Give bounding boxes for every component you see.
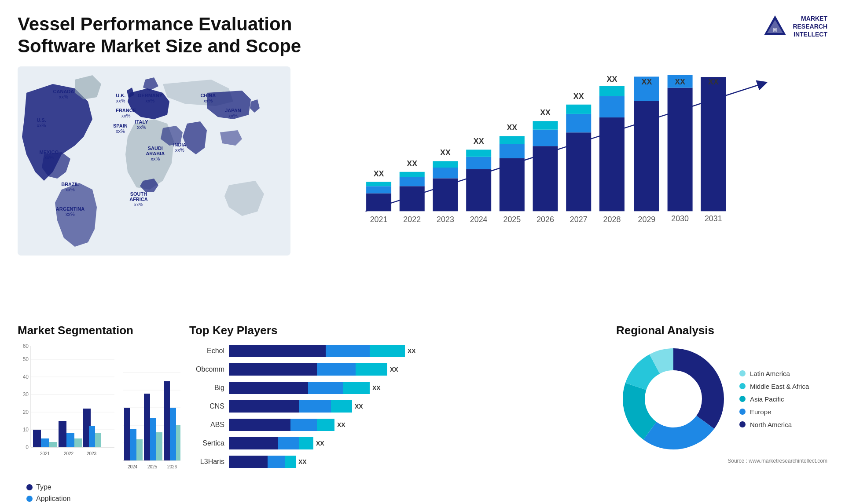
svg-rect-77 — [66, 433, 74, 447]
svg-rect-94 — [136, 439, 143, 460]
player-bar-echol: XX — [229, 344, 607, 358]
bottom-row: Market Segmentation 0 10 20 30 40 — [18, 324, 827, 491]
players-list: Echol XX Obcomm XX — [189, 344, 607, 469]
player-row-sertica: Sertica XX — [189, 436, 607, 450]
svg-rect-32 — [533, 121, 558, 130]
legend-latin-america: Latin America — [739, 370, 809, 377]
big-bar-dark — [229, 382, 308, 394]
seg-svg-2: 2024 2025 2026 — [123, 355, 180, 478]
player-row-abs: ABS XX — [189, 418, 607, 432]
sertica-label: XX — [316, 440, 324, 447]
donut-chart — [616, 342, 731, 456]
svg-text:XX: XX — [607, 75, 617, 84]
l3haris-bar-dark — [229, 456, 268, 468]
cns-bar-mid — [299, 400, 331, 413]
player-name-cns: CNS — [189, 402, 224, 410]
svg-text:10: 10 — [23, 427, 29, 433]
svg-rect-49 — [668, 88, 693, 211]
latin-america-dot — [739, 370, 746, 376]
abs-bar-dark — [229, 419, 290, 431]
regional-legend: Latin America Middle East & Africa Asia … — [739, 370, 809, 428]
segment-title: Market Segmentation — [18, 324, 180, 337]
legend-middle-east: Middle East & Africa — [739, 383, 809, 390]
svg-rect-12 — [400, 172, 425, 177]
seg-chart: 0 10 20 30 40 50 60 — [18, 342, 119, 465]
map-svg — [18, 66, 290, 256]
type-label: Type — [36, 483, 51, 491]
seg-legend-app: Application — [26, 495, 180, 503]
svg-rect-83 — [89, 426, 95, 447]
big-bar-mid — [308, 382, 343, 394]
svg-rect-72 — [33, 430, 41, 447]
svg-rect-102 — [176, 425, 180, 460]
north-america-label: North America — [750, 421, 792, 428]
player-name-l3haris: L3Haris — [189, 458, 224, 466]
player-name-echol: Echol — [189, 347, 224, 355]
player-bar-abs: XX — [229, 418, 607, 432]
logo-text: MARKET RESEARCH INTELLECT — [793, 15, 827, 39]
svg-text:XX: XX — [675, 77, 685, 86]
svg-rect-42 — [599, 86, 625, 96]
svg-text:2024: 2024 — [470, 215, 488, 224]
asia-pacific-dot — [739, 396, 746, 402]
big-bar-light — [343, 382, 370, 394]
l3haris-label: XX — [298, 458, 307, 465]
svg-text:2026: 2026 — [167, 464, 177, 469]
svg-rect-11 — [400, 177, 425, 186]
player-row-echol: Echol XX — [189, 344, 607, 358]
obcomm-bar-dark — [229, 363, 317, 376]
player-bar-l3haris: XX — [229, 455, 607, 469]
legend-europe: Europe — [739, 408, 809, 416]
player-name-big: Big — [189, 384, 224, 392]
svg-text:0: 0 — [26, 444, 29, 450]
svg-rect-92 — [124, 408, 130, 460]
svg-rect-15 — [433, 178, 458, 211]
svg-rect-35 — [566, 132, 591, 211]
map-section: CANADAxx% U.S.xx% MEXICOxx% BRAZILxx% AR… — [18, 66, 290, 315]
svg-rect-101 — [170, 408, 176, 460]
obcomm-bar-light — [356, 363, 387, 376]
svg-text:XX: XX — [374, 169, 384, 178]
svg-text:2023: 2023 — [87, 451, 97, 456]
middle-east-dot — [739, 383, 746, 389]
svg-rect-36 — [566, 114, 591, 132]
player-row-cns: CNS XX — [189, 399, 607, 413]
svg-rect-30 — [533, 146, 558, 211]
echol-label: XX — [408, 347, 416, 354]
market-growth-chart-section: XX 2021 XX 2022 XX 2023 — [299, 66, 827, 315]
svg-rect-53 — [701, 77, 726, 211]
donut-svg — [616, 342, 731, 456]
svg-rect-22 — [466, 150, 491, 157]
svg-text:2024: 2024 — [128, 464, 138, 469]
svg-rect-10 — [400, 186, 425, 211]
svg-rect-45 — [634, 101, 659, 211]
svg-rect-16 — [433, 168, 458, 178]
seg-legend: Type Application Geography — [26, 483, 180, 504]
svg-text:2026: 2026 — [536, 215, 554, 224]
echol-bar-light — [370, 345, 405, 357]
svg-text:30: 30 — [23, 391, 29, 398]
svg-rect-31 — [533, 130, 558, 146]
regional-content: Latin America Middle East & Africa Asia … — [616, 342, 827, 456]
north-america-dot — [739, 421, 746, 427]
svg-rect-78 — [74, 438, 82, 447]
legend-asia-pacific: Asia Pacific — [739, 395, 809, 403]
key-players-title: Top Key Players — [189, 324, 607, 337]
world-map: CANADAxx% U.S.xx% MEXICOxx% BRAZILxx% AR… — [18, 66, 290, 256]
svg-text:XX: XX — [474, 137, 484, 146]
abs-bar-mid — [290, 419, 317, 431]
abs-label: XX — [337, 421, 345, 428]
svg-rect-84 — [95, 433, 101, 447]
svg-rect-5 — [366, 193, 391, 211]
echol-bar-mid — [326, 345, 370, 357]
svg-rect-7 — [366, 182, 391, 186]
svg-rect-73 — [41, 438, 49, 447]
key-players-section: Top Key Players Echol XX Obcomm — [189, 324, 607, 491]
sertica-bar-dark — [229, 437, 278, 449]
logo-icon: M — [762, 13, 788, 40]
europe-label: Europe — [750, 408, 771, 416]
player-name-obcomm: Obcomm — [189, 365, 224, 373]
player-bar-obcomm: XX — [229, 362, 607, 376]
logo: M MARKET RESEARCH INTELLECT — [762, 13, 827, 40]
middle-east-label: Middle East & Africa — [750, 383, 809, 390]
